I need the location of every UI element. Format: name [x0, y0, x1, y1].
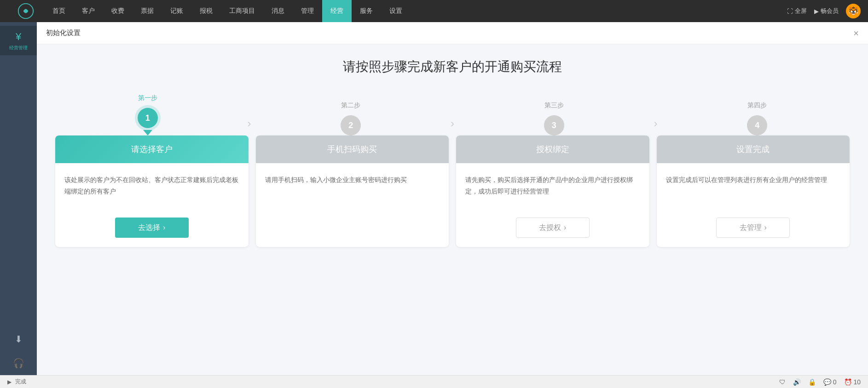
- download-icon: ⬇: [15, 334, 23, 345]
- chevron-right-icon-3: ›: [764, 223, 767, 232]
- headset-icon: 🎧: [13, 358, 24, 369]
- step-2-label: 第二步: [341, 101, 360, 110]
- nav-accounting[interactable]: 记账: [162, 0, 191, 22]
- sidebar-support[interactable]: 🎧: [0, 351, 37, 375]
- step-card-4: 设置完成 设置完成后可以在管理列表进行所有企业用户的经营管理 去管理 ›: [657, 135, 850, 247]
- sidebar-item-label: 经营管理: [9, 45, 28, 51]
- nav-right-area: ⛶ 全屏 ▶ 畅会员 🐯: [787, 4, 861, 18]
- step-card-1-body: 该处展示的客户为不在回收站、客户状态正常建账后完成老板端绑定的所有客户: [55, 163, 249, 208]
- step-1-circle: 1: [138, 108, 158, 128]
- step-card-2-footer: [256, 229, 449, 247]
- step-card-2-body: 请用手机扫码，输入小微企业主账号密码进行购买: [256, 163, 449, 229]
- nav-customer[interactable]: 客户: [74, 0, 103, 22]
- play-icon: ▶: [814, 8, 819, 15]
- go-authorize-button[interactable]: 去授权 ›: [516, 218, 590, 238]
- step-card-1: 请选择客户 该处展示的客户为不在回收站、客户状态正常建账后完成老板端绑定的所有客…: [55, 135, 249, 247]
- step-3-circle: 3: [544, 115, 564, 135]
- step-card-1-footer: 去选择 ›: [55, 208, 249, 247]
- content-area: 初始化设置 × 请按照步骤完成新客户的开通购买流程 第一步 1 ›: [37, 22, 868, 375]
- connector-2-3: ›: [443, 117, 462, 135]
- sidebar-item-operation[interactable]: ¥ 经营管理: [0, 26, 37, 55]
- play-status-icon: ▶: [7, 379, 12, 385]
- nav-tax[interactable]: 报税: [191, 0, 221, 22]
- steps-row: 第一步 1 › 第二步 2: [55, 94, 850, 135]
- main-layout: ¥ 经营管理 ⬇ 🎧 初始化设置 × 请按照步骤完成新客户的开通购买流程 第一步: [0, 22, 868, 375]
- step-4-circle: 4: [747, 115, 767, 135]
- nav-service[interactable]: 服务: [352, 0, 381, 22]
- member-button[interactable]: ▶ 畅会员: [814, 7, 839, 15]
- step-card-3-header: 授权绑定: [456, 135, 649, 163]
- chevron-right-icon: ›: [163, 223, 165, 232]
- lock-status-icon: 🔒: [808, 378, 816, 386]
- yuan-icon: ¥: [16, 31, 21, 43]
- step-3-label: 第三步: [544, 101, 564, 110]
- nav-menu: 首页 客户 收费 票据 记账 报税 工商项目 消息 管理 经营 服务 设置: [44, 0, 787, 22]
- status-bar-right: 🛡 🔊 🔒 💬 0 ⏰ 10: [779, 378, 861, 386]
- step-card-2-header: 手机扫码购买: [256, 135, 449, 163]
- step-card-2: 手机扫码购买 请用手机扫码，输入小微企业主账号密码进行购买: [256, 135, 449, 247]
- page-header: 初始化设置 ×: [37, 22, 868, 44]
- step-card-4-footer: 去管理 ›: [657, 208, 850, 247]
- main-content: 请按照步骤完成新客户的开通购买流程 第一步 1 › 第二步: [37, 44, 868, 375]
- app-logo[interactable]: [7, 3, 44, 19]
- step-header-4: 第四步 4: [665, 101, 850, 135]
- fullscreen-icon: ⛶: [787, 8, 793, 15]
- connector-3-4: ›: [647, 117, 665, 135]
- connector-1-2: ›: [240, 117, 259, 135]
- step-4-label: 第四步: [747, 101, 767, 110]
- go-manage-button[interactable]: 去管理 ›: [716, 218, 790, 238]
- nav-manage[interactable]: 管理: [293, 0, 322, 22]
- fullscreen-button[interactable]: ⛶ 全屏: [787, 7, 807, 15]
- close-button[interactable]: ×: [853, 29, 859, 38]
- arrow-icon-3: ›: [654, 117, 658, 130]
- nav-fee[interactable]: 收费: [103, 0, 133, 22]
- step-cards: 请选择客户 该处展示的客户为不在回收站、客户状态正常建账后完成老板端绑定的所有客…: [55, 135, 850, 247]
- avatar[interactable]: 🐯: [846, 4, 861, 18]
- status-bar-left: ▶ 完成: [7, 378, 26, 386]
- nav-business[interactable]: 工商项目: [221, 0, 263, 22]
- step-header-1: 第一步 1: [55, 94, 240, 135]
- nav-invoice[interactable]: 票据: [133, 0, 162, 22]
- nav-home[interactable]: 首页: [44, 0, 74, 22]
- nav-settings[interactable]: 设置: [381, 0, 411, 22]
- chevron-right-icon-2: ›: [564, 223, 566, 232]
- shield-status-icon: 🛡: [779, 378, 786, 386]
- step-card-1-header: 请选择客户: [55, 135, 249, 163]
- page-title: 初始化设置: [46, 29, 81, 37]
- go-select-button[interactable]: 去选择 ›: [115, 218, 189, 238]
- time-status: ⏰ 10: [844, 378, 861, 386]
- sound-status-icon: 🔊: [793, 378, 801, 386]
- arrow-icon: ›: [248, 117, 251, 130]
- status-bar: ▶ 完成 🛡 🔊 🔒 💬 0 ⏰ 10: [0, 375, 868, 388]
- status-label: 完成: [15, 378, 26, 386]
- step-1-label: 第一步: [138, 94, 157, 102]
- arrow-icon-2: ›: [451, 117, 454, 130]
- nav-operation[interactable]: 经营: [322, 0, 352, 22]
- step-card-4-header: 设置完成: [657, 135, 850, 163]
- flow-title: 请按照步骤完成新客户的开通购买流程: [55, 58, 850, 76]
- step-card-3-body: 请先购买，购买后选择开通的产品中的企业用户进行授权绑定，成功后即可进行经营管理: [456, 163, 649, 208]
- step-header-2: 第二步 2: [259, 101, 444, 135]
- step-card-3: 授权绑定 请先购买，购买后选择开通的产品中的企业用户进行授权绑定，成功后即可进行…: [456, 135, 649, 247]
- step-header-3: 第三步 3: [462, 101, 647, 135]
- step-2-circle: 2: [341, 115, 361, 135]
- sidebar: ¥ 经营管理 ⬇ 🎧: [0, 22, 37, 375]
- sidebar-download[interactable]: ⬇: [0, 327, 37, 351]
- step-card-3-footer: 去授权 ›: [456, 208, 649, 247]
- step-card-4-body: 设置完成后可以在管理列表进行所有企业用户的经营管理: [657, 163, 850, 208]
- message-count: 💬 0: [823, 378, 837, 386]
- nav-message[interactable]: 消息: [263, 0, 293, 22]
- top-navigation: 首页 客户 收费 票据 记账 报税 工商项目 消息 管理 经营 服务 设置 ⛶ …: [0, 0, 868, 22]
